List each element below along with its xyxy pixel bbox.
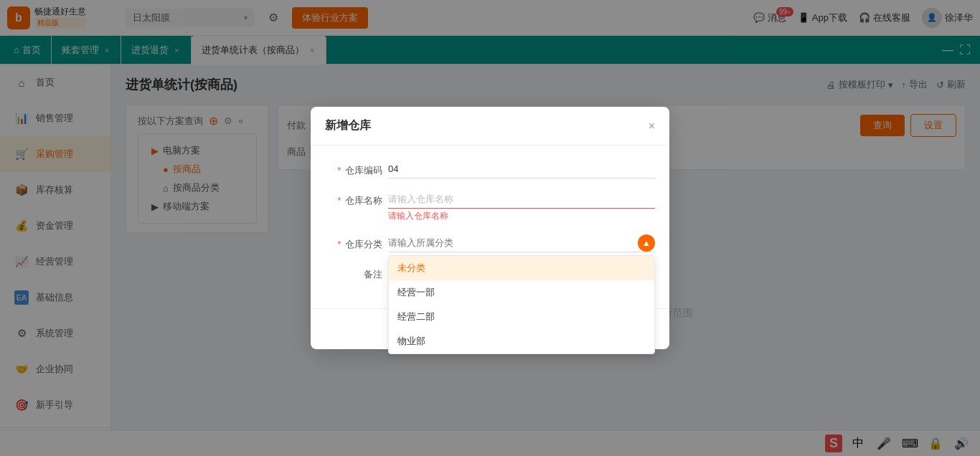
warehouse-code-field (388, 160, 655, 179)
warehouse-code-row: * 仓库编码 (325, 160, 655, 179)
warehouse-name-label: * 仓库名称 (325, 190, 382, 207)
dropdown-item-dept3[interactable]: 物业部 (389, 329, 654, 353)
modal: 新增仓库 × * 仓库编码 * 仓库名称 (311, 107, 669, 349)
modal-header: 新增仓库 × (311, 107, 669, 146)
modal-body: * 仓库编码 * 仓库名称 请输入仓库名称 (311, 146, 669, 308)
remark-label: 备注 (325, 264, 382, 281)
modal-title: 新增仓库 (325, 118, 371, 133)
modal-overlay: 新增仓库 × * 仓库编码 * 仓库名称 (0, 0, 980, 456)
warehouse-category-select-wrap: ▲ 未分类 经营一部 经营二部 物业部 (388, 234, 655, 252)
category-dropdown-list: 未分类 经营一部 经营二部 物业部 (388, 255, 655, 354)
warehouse-code-label: * 仓库编码 (325, 160, 382, 177)
warehouse-name-row: * 仓库名称 请输入仓库名称 (325, 190, 655, 222)
warehouse-category-row: * 仓库分类 ▲ 未分类 经营一部 经营二部 物业部 (325, 234, 655, 252)
warehouse-code-input[interactable] (388, 160, 655, 179)
dropdown-item-dept2[interactable]: 经营二部 (389, 305, 654, 329)
warehouse-category-input[interactable] (388, 234, 655, 252)
warehouse-category-label: * 仓库分类 (325, 234, 382, 251)
warehouse-name-error: 请输入仓库名称 (388, 210, 655, 222)
modal-close-button[interactable]: × (649, 120, 655, 132)
warehouse-name-input[interactable] (388, 190, 655, 209)
dropdown-item-dept1[interactable]: 经营一部 (389, 280, 654, 305)
warehouse-name-field: 请输入仓库名称 (388, 190, 655, 222)
category-dropdown-toggle[interactable]: ▲ (638, 234, 655, 252)
dropdown-item-unclassified[interactable]: 未分类 (389, 256, 654, 280)
